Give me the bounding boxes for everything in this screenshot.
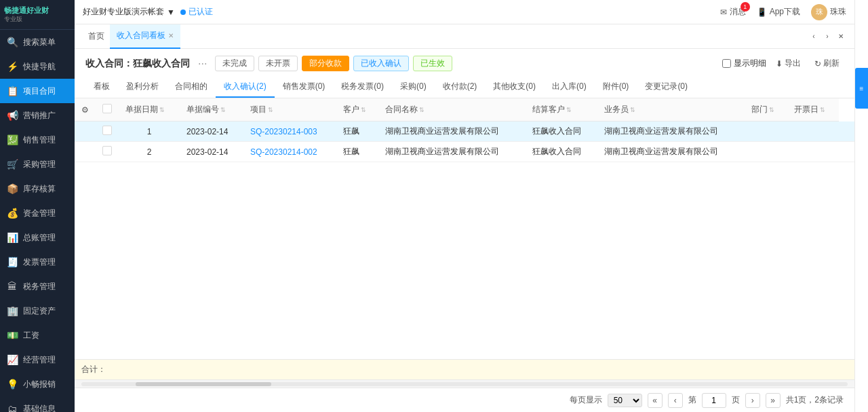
sub-tab-3[interactable]: 收入确认(2): [216, 77, 275, 98]
export-button[interactable]: ⬇ 导出: [772, 56, 805, 71]
sidebar-item-12[interactable]: 💵工资: [0, 323, 75, 348]
col-project[interactable]: 项目⇅: [243, 98, 336, 121]
sub-tab-10[interactable]: 附件(0): [595, 77, 637, 98]
sidebar-item-2[interactable]: 📋项目合同: [0, 79, 75, 103]
sidebar-item-13[interactable]: 📈经营管理: [0, 348, 75, 372]
col-salesperson[interactable]: 业务员⇅: [597, 98, 745, 121]
sub-tab-1[interactable]: 盈利分析: [118, 77, 167, 98]
sidebar-item-15[interactable]: 🗂基础信息: [0, 396, 75, 412]
scrollbar-thumb[interactable]: [136, 382, 271, 386]
tab-home[interactable]: 首页: [83, 24, 110, 49]
sub-tab-2[interactable]: 合同相的: [167, 77, 216, 98]
row-checkbox-1[interactable]: [96, 142, 119, 162]
sidebar-label-7: 资金管理: [23, 208, 56, 219]
data-table: ⚙ 单据日期⇅ 单据编号⇅ 项目⇅ 客户⇅ 合同名称⇅ 结算客户⇅ 业务员⇅ 部…: [75, 98, 854, 162]
win-close-button[interactable]: ✕: [835, 31, 846, 42]
col-code[interactable]: 单据编号⇅: [180, 98, 243, 121]
status-partial-payment[interactable]: 部分收款: [302, 56, 349, 71]
table-row[interactable]: 2 2023-02-14 SQ-20230214-002 狂飙 湖南卫视商业运营…: [75, 142, 854, 162]
col-date[interactable]: 单据日期⇅: [119, 98, 180, 121]
row-checkbox-0[interactable]: [96, 121, 119, 142]
tab-bar: 首页 收入合同看板 ✕ ‹ › ✕: [75, 24, 854, 49]
last-page-button[interactable]: »: [766, 393, 781, 408]
sub-tab-0[interactable]: 看板: [85, 77, 118, 98]
verified-badge: 已认证: [180, 6, 213, 18]
sub-tab-label-0: 看板: [94, 81, 110, 91]
sidebar-item-6[interactable]: 📦库存核算: [0, 176, 75, 201]
sidebar-icon-9: 🧾: [5, 255, 19, 269]
col-settings[interactable]: ⚙: [75, 98, 96, 121]
col-invoice-date[interactable]: 开票日⇅: [787, 98, 839, 121]
verified-dot: [180, 10, 186, 15]
row-customer-0: 湖南卫视商业运营发展有限公司: [378, 121, 526, 142]
tab-close-icon[interactable]: ✕: [168, 32, 174, 39]
row-check-0[interactable]: [102, 126, 112, 135]
user-avatar-area[interactable]: 珠 珠珠: [811, 4, 846, 20]
sub-tab-6[interactable]: 采购(0): [392, 77, 435, 98]
sub-tab-4[interactable]: 销售发票(0): [275, 77, 334, 98]
sidebar-item-11[interactable]: 🏢固定资产: [0, 299, 75, 323]
first-page-button[interactable]: «: [648, 393, 663, 408]
company-selector[interactable]: 好业财专业版演示帐套 ▼: [83, 6, 175, 18]
row-code-0[interactable]: SQ-20230214-003: [243, 121, 336, 142]
table-row[interactable]: 1 2023-02-14 SQ-20230214-003 狂飙 湖南卫视商业运营…: [75, 121, 854, 142]
sidebar-item-3[interactable]: 📢营销推广: [0, 103, 75, 128]
tab-income-contract[interactable]: 收入合同看板 ✕: [110, 24, 180, 49]
page-input[interactable]: [702, 393, 726, 408]
right-sidebar-icon[interactable]: ≡: [855, 68, 869, 109]
page-header: 收入合同：狂飙收入合同 ··· 未完成 未开票 部分收款 已收入确认 已生效 显…: [75, 49, 854, 98]
win-next-button[interactable]: ›: [822, 31, 833, 42]
page-right-actions: 显示明细 ⬇ 导出 ↻ 刷新: [722, 56, 844, 71]
col-customer[interactable]: 客户⇅: [336, 98, 378, 121]
refresh-button[interactable]: ↻ 刷新: [810, 56, 844, 71]
sub-tab-8[interactable]: 其他收支(0): [485, 77, 544, 98]
message-button[interactable]: ✉ 消息 1: [720, 6, 746, 18]
sidebar-item-8[interactable]: 📊总账管理: [0, 225, 75, 250]
sub-tab-11[interactable]: 变更记录(0): [637, 77, 696, 98]
app-download-button[interactable]: 📱 App下载: [757, 6, 800, 18]
col-department[interactable]: 部门⇅: [745, 98, 787, 121]
sidebar-item-4[interactable]: 💹销售管理: [0, 128, 75, 152]
sidebar-item-10[interactable]: 🏛税务管理: [0, 274, 75, 299]
win-prev-button[interactable]: ‹: [808, 31, 819, 42]
table-area[interactable]: ⚙ 单据日期⇅ 单据编号⇅ 项目⇅ 客户⇅ 合同名称⇅ 结算客户⇅ 业务员⇅ 部…: [75, 98, 854, 359]
sidebar-label-5: 采购管理: [23, 159, 56, 170]
sub-tab-label-6: 采购(0): [400, 81, 427, 91]
sidebar-item-1[interactable]: ⚡快捷导航: [0, 54, 75, 79]
sidebar-item-14[interactable]: 💡小畅报销: [0, 372, 75, 396]
row-date-0: 2023-02-14: [180, 121, 243, 142]
horizontal-scrollbar[interactable]: [75, 379, 854, 388]
sidebar-item-0[interactable]: 🔍搜索菜单: [0, 30, 75, 54]
status-incomplete[interactable]: 未完成: [215, 56, 254, 71]
sub-tab-9[interactable]: 出入库(0): [544, 77, 595, 98]
col-contract-name[interactable]: 合同名称⇅: [378, 98, 526, 121]
row-check-1[interactable]: [102, 146, 112, 155]
row-code-1[interactable]: SQ-20230214-002: [243, 142, 336, 162]
tab-income-label: 收入合同看板: [117, 30, 165, 41]
status-income-confirmed[interactable]: 已收入确认: [353, 56, 409, 71]
export-label: 导出: [785, 58, 801, 69]
col-settlement[interactable]: 结算客户⇅: [526, 98, 597, 121]
sub-tab-7[interactable]: 收付款(2): [435, 77, 486, 98]
status-uninvoiced[interactable]: 未开票: [258, 56, 298, 71]
page-title: 收入合同：狂飙收入合同: [85, 58, 190, 70]
sidebar-item-9[interactable]: 🧾发票管理: [0, 250, 75, 274]
prev-page-button[interactable]: ‹: [668, 393, 683, 408]
status-effective[interactable]: 已生效: [413, 56, 452, 71]
sub-tabs: 看板盈利分析合同相的收入确认(2)销售发票(0)税务发票(0)采购(0)收付款(…: [85, 77, 844, 98]
more-options-button[interactable]: ···: [198, 58, 207, 70]
scrollbar-track[interactable]: [81, 382, 848, 386]
select-all-checkbox[interactable]: [102, 104, 112, 113]
sub-tab-label-9: 出入库(0): [552, 81, 587, 91]
sub-tab-5[interactable]: 税务发票(0): [333, 77, 392, 98]
show-detail-toggle[interactable]: 显示明细: [722, 58, 766, 69]
sidebar-item-7[interactable]: 💰资金管理: [0, 201, 75, 225]
sort-code-icon: ⇅: [220, 107, 226, 113]
next-page-button[interactable]: ›: [745, 393, 760, 408]
sort-customer-icon: ⇅: [361, 107, 366, 113]
show-detail-checkbox[interactable]: [722, 59, 731, 68]
row-code-link-0[interactable]: SQ-20230214-003: [250, 127, 317, 136]
per-page-select[interactable]: 50 100 200: [608, 394, 642, 407]
sidebar-item-5[interactable]: 🛒采购管理: [0, 152, 75, 176]
row-code-link-1[interactable]: SQ-20230214-002: [250, 147, 317, 157]
